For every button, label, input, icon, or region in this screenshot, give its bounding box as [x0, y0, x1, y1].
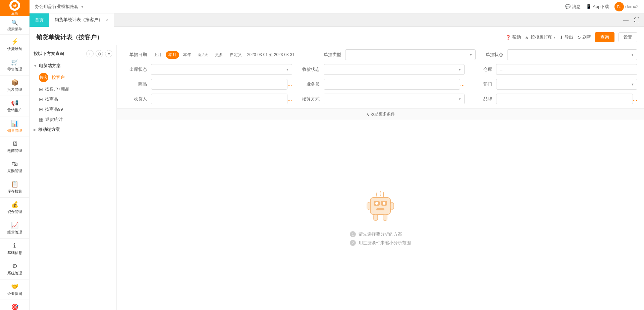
date-tab-custom[interactable]: 自定义	[227, 51, 245, 59]
newbie-icon: 🎯	[11, 303, 18, 310]
tree-section: ▼ 电脑端方案 按客 按客户 ⊞ 按客户+商品	[30, 59, 116, 136]
filter-row-3: 商品 ... 业务员 ...	[123, 79, 637, 90]
sidebar-item-purchase[interactable]: 🛍 采购管理	[0, 157, 29, 177]
goods-dots[interactable]: ...	[287, 81, 292, 87]
tree-mobile[interactable]: ▶ 移动端方案	[30, 124, 116, 135]
salesman-select[interactable]	[324, 79, 460, 90]
sidebar-item-ecommerce[interactable]: 🖥 电商管理	[0, 137, 29, 157]
date-tab-more[interactable]: 更多	[212, 51, 226, 59]
date-tab-last-7[interactable]: 近7天	[195, 51, 211, 59]
sidebar-item-sales[interactable]: 📊 销售管理	[0, 116, 29, 137]
print-label: 按模板打印	[531, 34, 552, 40]
settlement-select[interactable]: ▾	[324, 94, 465, 104]
topbar-right: 💬 消息 📱 App下载 Ea demo2	[565, 2, 639, 11]
date-tabs: 上月 本月 本年 近7天 更多 自定义	[151, 51, 245, 59]
date-tab-this-year[interactable]: 本年	[180, 51, 194, 59]
export-label: 导出	[565, 34, 573, 40]
department-filter: ▾	[496, 79, 637, 90]
scheme-settings-btn[interactable]: ⊙	[96, 50, 103, 57]
messages-label: 消息	[572, 4, 581, 10]
tree-item-by-customer-goods[interactable]: ⊞ 按客户+商品	[35, 84, 116, 94]
sidebar-item-system[interactable]: ⚙ 系统管理	[0, 259, 29, 279]
brand-dots[interactable]: ...	[633, 96, 637, 102]
tree-item-by-goods[interactable]: ⊞ 按商品	[35, 94, 116, 104]
date-tab-this-month[interactable]: 本月	[166, 51, 179, 59]
export-btn[interactable]: ⬇ 导出	[559, 34, 573, 40]
sidebar-item-wholesale[interactable]: 📦 批发管理	[0, 75, 29, 96]
goods-label: 商品	[123, 81, 147, 87]
department-select[interactable]: ▾	[496, 79, 637, 90]
message-icon: 💬	[565, 4, 571, 9]
tab-sales-stats[interactable]: 销货单统计表（按客户） ×	[49, 13, 114, 27]
inner-layout: 按以下方案查询 + ⊙ « ▼	[30, 45, 644, 310]
empty-tips: 1 请先选择要分析的方案 2 用过滤条件来缩小分析范围	[350, 231, 411, 246]
warehouse-select[interactable]: ...	[496, 64, 637, 75]
topbar-title: 办公用品行业模拟账套	[35, 4, 78, 10]
add-scheme-btn[interactable]: +	[86, 50, 94, 57]
tree-item-return-stats[interactable]: ▦ 退货统计	[35, 114, 116, 124]
collapse-panel-btn[interactable]: «	[105, 50, 112, 57]
order-type-label: 单据类型	[318, 52, 341, 58]
query-button[interactable]: 查询	[595, 32, 614, 42]
date-filter: 上月 本月 本年 近7天 更多 自定义 2023-03-01 至 2023-03…	[151, 51, 314, 59]
order-type-select[interactable]: ▾	[345, 49, 475, 60]
sidebar-item-enterprise[interactable]: 🤝 企业协同	[0, 279, 29, 300]
sidebar-item-operations[interactable]: 📈 经营管理	[0, 218, 29, 239]
enterprise-label: 企业协同	[7, 291, 22, 296]
help-btn[interactable]: ❓ 帮助	[505, 34, 521, 40]
empty-tip-1: 1 请先选择要分析的方案	[350, 231, 411, 237]
tip-num-1: 1	[350, 231, 356, 237]
tree-item-by-customer[interactable]: 按客 按客户	[35, 71, 116, 84]
order-status-filter: ▾	[507, 49, 637, 60]
sidebar-item-inventory[interactable]: 📋 库存核算	[0, 177, 29, 198]
goods-filter: ...	[151, 79, 292, 90]
order-status-select[interactable]: ▾	[507, 49, 637, 60]
refresh-btn[interactable]: ↻ 刷新	[577, 34, 591, 40]
wholesale-icon: 📦	[11, 79, 18, 86]
tree-desktop[interactable]: ▼ 电脑端方案	[30, 61, 116, 71]
add-icon: +	[89, 51, 91, 56]
sidebar-item-retail[interactable]: 🛒 零售管理	[0, 55, 29, 75]
topbar: 办公用品行业模拟账套 ▾ 💬 消息 📱 App下载 Ea demo2	[30, 0, 644, 13]
sidebar-item-basic[interactable]: ℹ 基础信息	[0, 239, 29, 259]
tabbar: 首页 销货单统计表（按客户） × — ⛶	[30, 13, 644, 27]
sidebar-item-quick-nav[interactable]: ⚡ 快捷导航	[0, 35, 29, 55]
sidebar-item-marketing[interactable]: 📢 营销推广	[0, 96, 29, 116]
messages-btn[interactable]: 💬 消息	[565, 4, 581, 10]
app-download-label: App下载	[593, 4, 609, 10]
sidebar-item-newbie[interactable]: 🎯 新手引导	[0, 300, 29, 310]
maximize-icon: ⛶	[634, 17, 639, 23]
date-tab-last-month[interactable]: 上月	[151, 51, 164, 59]
refresh-label: 刷新	[582, 34, 591, 40]
payment-status-filter: ▾	[324, 64, 465, 75]
sidebar-item-search-menu[interactable]: 🔍 搜索菜单	[0, 16, 29, 35]
brand-select[interactable]	[496, 94, 633, 104]
enterprise-icon: 🤝	[11, 283, 18, 290]
tab-minimize-btn[interactable]: —	[621, 15, 631, 25]
user-menu[interactable]: Ea demo2	[614, 2, 639, 11]
tab-home[interactable]: 首页	[30, 13, 49, 27]
salesman-filter: ...	[324, 79, 465, 90]
topbar-dropdown-icon[interactable]: ▾	[81, 4, 84, 9]
app-logo: 好 标版	[0, 0, 30, 16]
settings-button[interactable]: 设置	[619, 32, 637, 42]
goods-select[interactable]	[151, 79, 287, 90]
tree-mobile-arrow: ▶	[34, 128, 36, 132]
filter-area: 单据日期 上月 本月 本年 近7天 更多 自定义 2023-03-01 至 20…	[117, 45, 644, 109]
tab-maximize-btn[interactable]: ⛶	[632, 15, 641, 25]
sidebar-item-finance[interactable]: 💰 资金管理	[0, 198, 29, 218]
inventory-icon: 📋	[11, 180, 18, 188]
salesman-dots[interactable]: ...	[460, 81, 465, 87]
tab-close-icon[interactable]: ×	[106, 17, 108, 22]
receiver-select[interactable]	[151, 94, 287, 104]
collapse-bar[interactable]: ∧ 收起更多条件	[117, 109, 644, 120]
tip-text-2: 用过滤条件来缩小分析范围	[359, 240, 411, 246]
receiver-label: 收货人	[123, 96, 147, 102]
payment-status-select[interactable]: ▾	[324, 64, 465, 75]
tree-desktop-arrow: ▼	[34, 64, 37, 68]
print-btn[interactable]: 🖨 按模板打印 ▾	[525, 34, 555, 40]
app-download-btn[interactable]: 📱 App下载	[586, 4, 609, 10]
receiver-dots[interactable]: ...	[287, 96, 292, 102]
tree-item-by-goods-99[interactable]: ⊞ 按商品99	[35, 104, 116, 114]
out-status-select[interactable]: ▾	[151, 64, 292, 75]
